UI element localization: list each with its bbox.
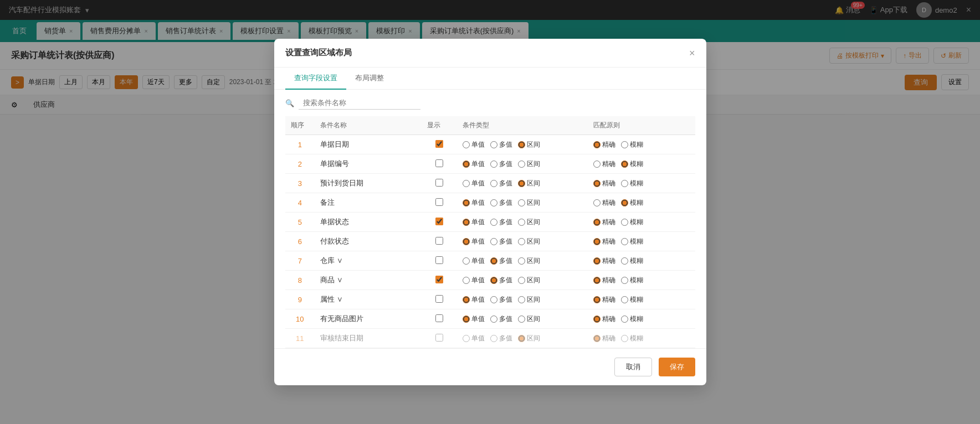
modal-dialog: 设置查询区域布局 × 查询字段设置 布局调整 🔍 顺序 条件名称 [274,39,706,115]
search-icon: 🔍 [285,99,294,107]
tab-query-fields-label: 查询字段设置 [294,74,337,82]
tab-layout-adjust[interactable]: 布局调整 [346,68,393,90]
modal-search-bar: 🔍 [274,90,706,115]
modal-tabs: 查询字段设置 布局调整 [274,68,706,90]
modal-title: 设置查询区域布局 [285,48,352,58]
search-input[interactable] [299,96,420,110]
tab-query-fields[interactable]: 查询字段设置 [285,68,346,90]
modal-close-button[interactable]: × [689,48,695,58]
modal-header: 设置查询区域布局 × [274,39,706,68]
tab-layout-adjust-label: 布局调整 [355,74,384,82]
modal-overlay: 设置查询区域布局 × 查询字段设置 布局调整 🔍 顺序 条件名称 [0,0,980,115]
